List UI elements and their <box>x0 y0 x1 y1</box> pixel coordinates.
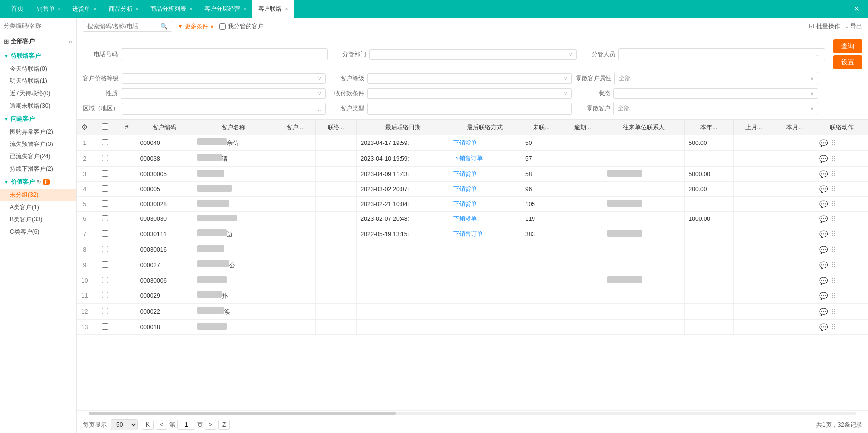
sidebar-item-overdue[interactable]: 逾期未联络(30) <box>0 100 76 112</box>
close-tab-0[interactable]: × <box>58 6 61 12</box>
row-select-checkbox[interactable] <box>102 292 108 298</box>
last-contact-method[interactable] <box>449 242 521 257</box>
close-tab-2[interactable]: × <box>135 6 138 12</box>
sidebar-group-value[interactable]: ▼ 价值客户 ↻ F <box>0 175 76 189</box>
scroll-thumb[interactable] <box>89 412 396 415</box>
scatter-attr-select[interactable]: 全部 ∨ <box>614 72 818 85</box>
sidebar-item-a-class[interactable]: A类客户(1) <box>0 201 76 214</box>
sidebar-item-b-class[interactable]: B类客户(33) <box>0 214 76 226</box>
nav-tab-0[interactable]: 销售单 × <box>31 0 67 18</box>
gear-button[interactable]: ⚙ <box>81 123 88 132</box>
my-customers-check[interactable] <box>219 23 226 30</box>
dept-select[interactable]: ∨ <box>369 49 576 60</box>
row-select-checkbox[interactable] <box>102 230 108 237</box>
message-icon[interactable]: 💬 <box>819 292 828 300</box>
last-page-button[interactable]: Z <box>218 420 230 430</box>
row-select-checkbox[interactable] <box>102 185 108 192</box>
select-all-checkbox[interactable] <box>102 123 108 130</box>
sidebar-item-c-class[interactable]: C类客户(6) <box>0 226 76 238</box>
batch-operation-button[interactable]: ☑ 批量操作 <box>809 22 840 31</box>
nav-home[interactable]: 首页 <box>4 0 31 18</box>
sidebar-item-ungroup[interactable]: 未分组(32) <box>0 189 76 201</box>
row-select-checkbox[interactable] <box>102 277 108 283</box>
more-icon[interactable]: ⠿ <box>831 155 836 163</box>
message-icon[interactable]: 💬 <box>819 170 828 178</box>
last-contact-method[interactable]: 下销货单 <box>449 167 521 182</box>
nav-tab-4[interactable]: 客户分层经营 × <box>199 0 252 18</box>
more-icon[interactable]: ⠿ <box>831 170 836 178</box>
message-icon[interactable]: 💬 <box>819 261 828 269</box>
last-method-link[interactable]: 下销售订单 <box>453 230 483 237</box>
more-icon[interactable]: ⠿ <box>831 277 836 285</box>
sidebar-group-problem[interactable]: ▼ 问题客户 <box>0 112 76 126</box>
nav-tab-1[interactable]: 进货单 × <box>67 0 102 18</box>
last-contact-method[interactable]: 下销货单 <box>449 182 521 197</box>
col-checkbox[interactable] <box>93 120 117 135</box>
close-tab-4[interactable]: × <box>243 6 246 12</box>
next-page-button[interactable]: > <box>205 420 216 430</box>
row-select-checkbox[interactable] <box>102 323 108 330</box>
search-input[interactable] <box>87 23 160 30</box>
last-method-link[interactable]: 下销售订单 <box>453 155 483 162</box>
window-close-button[interactable]: × <box>849 4 864 14</box>
last-contact-method[interactable] <box>449 288 521 304</box>
last-contact-method[interactable]: 下销售订单 <box>449 226 521 242</box>
more-icon[interactable]: ⠿ <box>831 185 836 193</box>
first-page-button[interactable]: K <box>142 420 154 430</box>
price-grade-select[interactable]: ∨ <box>122 73 326 84</box>
sidebar-item-tomorrow[interactable]: 明天待联络(1) <box>0 75 76 87</box>
more-conditions-button[interactable]: ▼ 更多条件 ∨ <box>177 22 214 31</box>
last-contact-method[interactable] <box>449 320 521 335</box>
prev-page-button[interactable]: < <box>156 420 167 430</box>
last-contact-method[interactable]: 下销售订单 <box>449 151 521 167</box>
last-method-link[interactable]: 下销货单 <box>453 200 477 207</box>
last-method-link[interactable]: 下销货单 <box>453 170 477 177</box>
last-contact-method[interactable] <box>449 304 521 320</box>
row-select-checkbox[interactable] <box>102 155 108 161</box>
row-select-checkbox[interactable] <box>102 139 108 145</box>
sidebar-search-input[interactable] <box>4 22 77 29</box>
reset-button[interactable]: 设置 <box>833 55 862 69</box>
last-contact-method[interactable] <box>449 257 521 273</box>
message-icon[interactable]: 💬 <box>819 323 828 331</box>
cust-grade-select[interactable]: ∨ <box>367 73 572 84</box>
nature-select[interactable]: ∨ <box>121 88 326 99</box>
more-icon[interactable]: ⠿ <box>831 200 836 208</box>
close-tab-1[interactable]: × <box>93 6 96 12</box>
row-select-checkbox[interactable] <box>102 215 108 221</box>
message-icon[interactable]: 💬 <box>819 155 828 163</box>
last-contact-method[interactable]: 下销货单 <box>449 135 521 151</box>
search-icon[interactable]: 🔍 <box>160 23 168 30</box>
manager-ellipsis[interactable]: ... <box>618 48 825 60</box>
row-select-checkbox[interactable] <box>102 246 108 252</box>
message-icon[interactable]: 💬 <box>819 215 828 223</box>
my-customers-checkbox[interactable]: 我分管的客户 <box>219 22 264 31</box>
sidebar-item-lost[interactable]: 已流失客户(24) <box>0 150 76 163</box>
more-icon[interactable]: ⠿ <box>831 292 836 300</box>
export-button[interactable]: ↓ 导出 <box>845 22 862 31</box>
sidebar-item-7days[interactable]: 近7天待联络(0) <box>0 87 76 100</box>
region-ellipsis[interactable]: ... <box>122 103 326 115</box>
horizontal-scrollbar[interactable] <box>89 412 856 415</box>
message-icon[interactable]: 💬 <box>819 139 828 147</box>
nav-tab-2[interactable]: 商品分析 × <box>103 0 144 18</box>
per-page-select[interactable]: 50 100 200 <box>111 419 138 430</box>
more-icon[interactable]: ⠿ <box>831 215 836 223</box>
sidebar-item-abnormal[interactable]: 囤购异常客户(2) <box>0 126 76 138</box>
last-contact-method[interactable]: 下销货单 <box>449 197 521 212</box>
nav-tab-3[interactable]: 商品分析列表 × <box>144 0 198 18</box>
message-icon[interactable]: 💬 <box>819 200 828 208</box>
more-icon[interactable]: ⠿ <box>831 308 836 316</box>
more-icon[interactable]: ⠿ <box>831 323 836 331</box>
close-tab-5[interactable]: × <box>285 6 288 12</box>
payment-select[interactable]: ∨ <box>367 88 572 99</box>
message-icon[interactable]: 💬 <box>819 246 828 254</box>
phone-input[interactable] <box>121 48 328 60</box>
status-select[interactable]: ∨ <box>613 88 818 99</box>
message-icon[interactable]: 💬 <box>819 185 828 193</box>
row-select-checkbox[interactable] <box>102 170 108 177</box>
more-icon[interactable]: ⠿ <box>831 246 836 254</box>
more-icon[interactable]: ⠿ <box>831 261 836 269</box>
message-icon[interactable]: 💬 <box>819 277 828 285</box>
last-method-link[interactable]: 下销货单 <box>453 215 477 222</box>
